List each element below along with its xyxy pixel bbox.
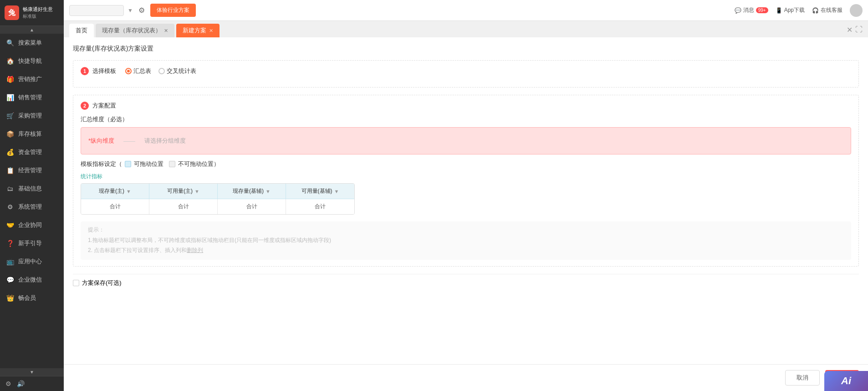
sidebar-item-operations[interactable]: 📋 经营管理 xyxy=(0,161,64,180)
delete-col-link[interactable]: 删除列 xyxy=(187,247,203,253)
col-header-2[interactable]: 现存量(基辅) ▼ xyxy=(218,184,286,199)
settings-icon[interactable]: ⚙ xyxy=(5,380,11,387)
ai-badge[interactable]: Ai xyxy=(824,371,868,391)
tab-new-plan-close-icon[interactable]: ✕ xyxy=(209,28,213,34)
user-avatar[interactable] xyxy=(850,4,863,17)
tips-item-1: 2. 点击标题栏下拉可设置排序、插入列和删除列 xyxy=(88,246,844,256)
message-item[interactable]: 💬 消息 99+ xyxy=(735,6,768,14)
trial-btn[interactable]: 体验行业方案 xyxy=(150,4,196,17)
fixed-label: 不可拖动位置） xyxy=(178,160,220,168)
message-label: 消息 xyxy=(743,6,754,14)
col-label-1: 可用量(主) xyxy=(167,187,193,195)
tab-inventory-label: 现存量（库存状况表） xyxy=(102,26,161,35)
dimension-box[interactable]: *纵向维度 —— 请选择分组维度 xyxy=(81,127,851,154)
close-panel-icon[interactable]: ✕ xyxy=(847,26,853,34)
sidebar-item-quicknav[interactable]: 🏠 快捷导航 xyxy=(0,52,64,70)
app-name: 畅康通好生意 xyxy=(23,6,53,13)
search-icon: 🔍 xyxy=(5,38,15,47)
table-head-row: 现存量(主) ▼ 可用量(主) ▼ 现存量(基辅) ▼ 可用量(基辅) ▼ xyxy=(81,184,354,199)
col-dropdown-0[interactable]: ▼ xyxy=(126,189,131,194)
headset-icon: 🎧 xyxy=(812,7,819,14)
sidebar-item-system[interactable]: ⚙ 系统管理 xyxy=(0,198,64,216)
col-dropdown-2[interactable]: ▼ xyxy=(266,189,271,194)
home-icon: 🏠 xyxy=(5,57,15,66)
col-cell-3: 合计 xyxy=(286,199,354,214)
radio-cross[interactable]: 交叉统计表 xyxy=(158,67,196,75)
volume-icon[interactable]: 🔊 xyxy=(17,380,25,387)
tab-inventory[interactable]: 现存量（库存状况表） ✕ xyxy=(96,24,174,37)
sidebar-logo: 兔 畅康通好生意 标准版 xyxy=(0,0,64,26)
customer-service-item[interactable]: 🎧 在线客服 xyxy=(812,6,842,14)
save-option-label: 方案保存(可选) xyxy=(82,279,122,287)
sidebar-item-basic-info-label: 基础信息 xyxy=(18,185,42,193)
dimension-placeholder: 请选择分组维度 xyxy=(144,137,186,145)
sidebar-item-operations-label: 经营管理 xyxy=(18,166,42,175)
radio-summary-label: 汇总表 xyxy=(133,67,151,75)
tab-home[interactable]: 首页 xyxy=(69,24,94,37)
app-download-label: App下载 xyxy=(784,6,805,14)
sidebar-footer: ⚙ 🔊 xyxy=(0,376,64,391)
sidebar-scroll-up[interactable]: ▲ xyxy=(0,26,64,34)
gift-icon: 🎁 xyxy=(5,75,15,84)
question-icon: ❓ xyxy=(5,239,15,248)
folder-icon: 🗂 xyxy=(5,184,15,193)
tab-home-label: 首页 xyxy=(76,26,87,35)
sidebar-item-enterprise-label: 企业协同 xyxy=(18,221,42,229)
sidebar-item-quicknav-label: 快捷导航 xyxy=(18,57,42,65)
col-label-2: 现存量(基辅) xyxy=(233,187,264,195)
tab-inventory-close-icon[interactable]: ✕ xyxy=(164,28,168,34)
sidebar-item-enterprise[interactable]: 🤝 企业协同 xyxy=(0,216,64,234)
cancel-button[interactable]: 取消 xyxy=(785,370,820,386)
col-header-1[interactable]: 可用量(主) ▼ xyxy=(149,184,218,199)
handshake-icon: 🤝 xyxy=(5,221,15,230)
sidebar-item-basic-info[interactable]: 🗂 基础信息 xyxy=(0,180,64,198)
sidebar-item-inventory-label: 库存核算 xyxy=(18,130,42,138)
topbar-gear-icon[interactable]: ⚙ xyxy=(138,6,145,15)
wechat-icon: 💬 xyxy=(5,275,15,284)
chart-icon: 📊 xyxy=(5,93,15,102)
save-option: 方案保存(可选) xyxy=(73,274,859,292)
col-header-0[interactable]: 现存量(主) ▼ xyxy=(81,184,149,199)
section-template: 1 选择模板 汇总表 交叉统计表 xyxy=(73,60,859,87)
sidebar-item-sales[interactable]: 📊 销售管理 xyxy=(0,88,64,107)
topbar-search-input[interactable] xyxy=(69,5,124,16)
sidebar-item-appcenter[interactable]: 📺 应用中心 xyxy=(0,252,64,271)
sidebar-item-purchase-label: 采购管理 xyxy=(18,112,42,120)
topbar-dropdown-icon[interactable]: ▼ xyxy=(128,7,133,14)
tips-section: 提示： 1.拖动标题栏可以调整布局，不可跨维度或指标区域拖动栏目(只能在同一维度… xyxy=(81,221,851,260)
tab-new-plan[interactable]: 新建方案 ✕ xyxy=(176,24,220,37)
sidebar-item-inventory[interactable]: 📦 库存核算 xyxy=(0,125,64,143)
col-dropdown-3[interactable]: ▼ xyxy=(334,189,339,194)
sidebar-item-finance[interactable]: 💰 资金管理 xyxy=(0,143,64,161)
topbar-right: 💬 消息 99+ 📱 App下载 🎧 在线客服 xyxy=(735,4,863,17)
col-label-3: 可用量(基辅) xyxy=(301,187,332,195)
expand-panel-icon[interactable]: ⛶ xyxy=(855,26,863,34)
save-checkbox[interactable] xyxy=(73,280,79,286)
table-body-row: 合计 合计 合计 合计 xyxy=(81,199,354,214)
section2-num: 2 xyxy=(81,102,89,110)
col-cell-0: 合计 xyxy=(81,199,149,214)
cart-icon: 🛒 xyxy=(5,111,15,120)
bottom-bar: 取消 查询 xyxy=(64,364,868,391)
sidebar-item-wechat-label: 企业微信 xyxy=(18,276,42,284)
sidebar-item-marketing[interactable]: 🎁 营销推广 xyxy=(0,70,64,88)
sidebar-item-purchase[interactable]: 🛒 采购管理 xyxy=(0,107,64,125)
sidebar-scroll-down[interactable]: ▼ xyxy=(0,368,64,376)
clipboard-icon: 📋 xyxy=(5,166,15,175)
sidebar-item-wechat[interactable]: 💬 企业微信 xyxy=(0,271,64,289)
app-download-item[interactable]: 📱 App下载 xyxy=(776,6,805,14)
box-icon: 📦 xyxy=(5,129,15,139)
template-radio-group: 汇总表 交叉统计表 xyxy=(125,67,196,75)
message-icon: 💬 xyxy=(735,7,741,14)
sidebar-item-member[interactable]: 👑 畅会员 xyxy=(0,289,64,307)
col-header-3[interactable]: 可用量(基辅) ▼ xyxy=(286,184,354,199)
customer-service-label: 在线客服 xyxy=(821,6,842,14)
radio-summary[interactable]: 汇总表 xyxy=(125,67,151,75)
sidebar-item-member-label: 畅会员 xyxy=(18,294,36,302)
col-dropdown-1[interactable]: ▼ xyxy=(194,189,199,194)
radio-summary-dot xyxy=(125,68,132,74)
sidebar-item-guide[interactable]: ❓ 新手引导 xyxy=(0,234,64,252)
section1-title: 选择模板 xyxy=(92,67,116,75)
sidebar-item-search[interactable]: 🔍 搜索菜单 xyxy=(0,34,64,52)
sidebar-item-appcenter-label: 应用中心 xyxy=(18,257,42,266)
